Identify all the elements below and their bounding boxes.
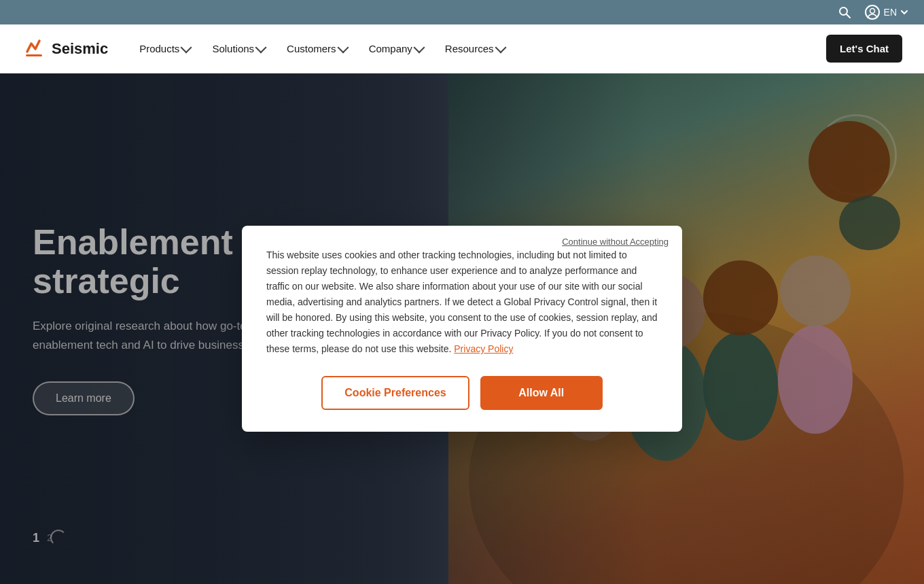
language-label: EN bbox=[884, 7, 897, 18]
nav-solutions[interactable]: Solutions bbox=[202, 37, 274, 60]
svg-rect-5 bbox=[26, 54, 42, 56]
privacy-policy-link[interactable]: Privacy Policy bbox=[454, 343, 513, 354]
nav-customers[interactable]: Customers bbox=[277, 37, 357, 60]
hero-section: Enablement goes strategic Explore origin… bbox=[0, 73, 924, 584]
chevron-down-icon bbox=[337, 42, 349, 54]
lets-chat-button[interactable]: Let's Chat bbox=[826, 35, 902, 63]
lang-chevron-icon bbox=[901, 10, 908, 15]
nav-products[interactable]: Products bbox=[130, 37, 200, 60]
svg-line-1 bbox=[847, 14, 850, 18]
cookie-buttons: Cookie Preferences Allow All bbox=[266, 376, 658, 410]
chevron-down-icon bbox=[495, 42, 506, 54]
nav-items: Products Solutions Customers Company Res… bbox=[130, 37, 821, 60]
cookie-modal-overlay: Continue without Accepting This website … bbox=[0, 73, 924, 584]
cookie-body-text: This website uses cookies and other trac… bbox=[266, 247, 658, 358]
svg-point-3 bbox=[870, 9, 874, 14]
logo[interactable]: Seismic bbox=[22, 37, 108, 61]
allow-all-button[interactable]: Allow All bbox=[480, 376, 603, 410]
navbar: Seismic Products Solutions Customers Com… bbox=[0, 24, 924, 73]
chevron-down-icon bbox=[255, 42, 267, 54]
continue-without-accepting-link[interactable]: Continue without Accepting bbox=[562, 237, 669, 247]
search-icon[interactable] bbox=[835, 3, 854, 22]
nav-resources[interactable]: Resources bbox=[436, 37, 514, 60]
cookie-modal: Continue without Accepting This website … bbox=[242, 226, 682, 432]
nav-company[interactable]: Company bbox=[359, 37, 433, 60]
logo-text: Seismic bbox=[52, 40, 108, 58]
cookie-preferences-button[interactable]: Cookie Preferences bbox=[321, 376, 469, 410]
user-account[interactable]: EN bbox=[865, 5, 908, 20]
top-bar: EN bbox=[0, 0, 924, 24]
chevron-down-icon bbox=[413, 42, 425, 54]
chevron-down-icon bbox=[181, 42, 192, 54]
logo-icon bbox=[22, 37, 46, 61]
